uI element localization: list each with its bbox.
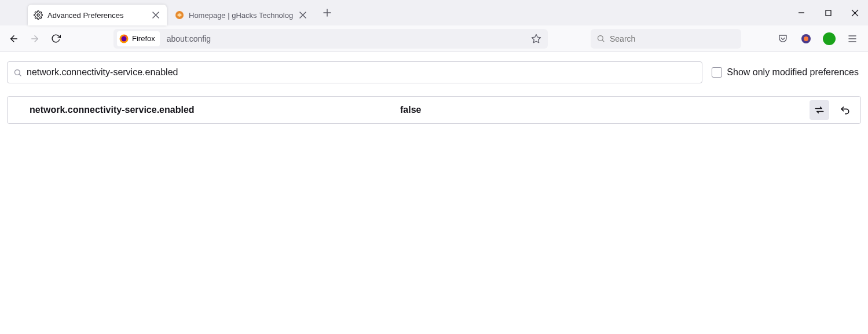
pref-search-box[interactable] [7,61,702,83]
pref-search-input[interactable] [27,67,696,78]
preference-row[interactable]: network.connectivity-service.enabled fal… [7,96,861,124]
nav-toolbar: Firefox about:config [0,25,868,52]
site-favicon-icon [175,10,184,20]
search-bar[interactable] [591,29,741,49]
tab-advanced-preferences[interactable]: Advanced Preferences [28,5,167,25]
search-icon [596,34,605,43]
preference-value: false [400,105,810,115]
close-icon[interactable] [298,10,308,20]
firefox-icon [119,34,129,43]
close-icon[interactable] [151,10,161,20]
identity-label: Firefox [132,34,155,43]
window-minimize-button[interactable] [788,0,815,25]
pocket-button[interactable] [774,30,792,47]
search-input[interactable] [610,34,735,43]
show-modified-checkbox[interactable]: Show only modified preferences [712,67,861,78]
app-menu-button[interactable] [844,30,861,47]
avatar-icon [823,32,836,45]
svg-point-8 [804,36,808,41]
extension-icon[interactable] [797,30,815,47]
about-config-content: Show only modified preferences network.c… [0,52,868,133]
url-text: about:config [163,34,211,43]
svg-point-0 [37,14,39,16]
account-button[interactable] [821,30,838,47]
back-button[interactable] [5,30,23,48]
search-icon [13,68,22,77]
window-close-button[interactable] [841,0,868,25]
reset-button[interactable] [835,100,855,120]
svg-point-4 [122,36,127,41]
tab-ghacks[interactable]: Homepage | gHacks Technolog [169,5,314,25]
svg-marker-5 [532,34,541,42]
forward-button[interactable] [25,30,44,48]
new-tab-button[interactable] [318,4,336,21]
preference-name: network.connectivity-service.enabled [30,105,400,115]
show-modified-label: Show only modified preferences [727,67,859,78]
tab-label: Homepage | gHacks Technolog [189,11,293,20]
tab-bar: Advanced Preferences Homepage | gHacks T… [0,0,868,25]
window-controls [788,0,868,25]
url-bar[interactable]: Firefox about:config [113,29,548,49]
toggle-button[interactable] [810,100,829,120]
svg-rect-2 [826,10,831,16]
window-maximize-button[interactable] [815,0,841,25]
bookmark-star-button[interactable] [528,31,544,47]
identity-box[interactable]: Firefox [117,31,160,46]
reload-button[interactable] [46,30,65,48]
gear-icon [34,10,43,20]
checkbox-icon [712,67,722,78]
tab-label: Advanced Preferences [47,11,146,20]
